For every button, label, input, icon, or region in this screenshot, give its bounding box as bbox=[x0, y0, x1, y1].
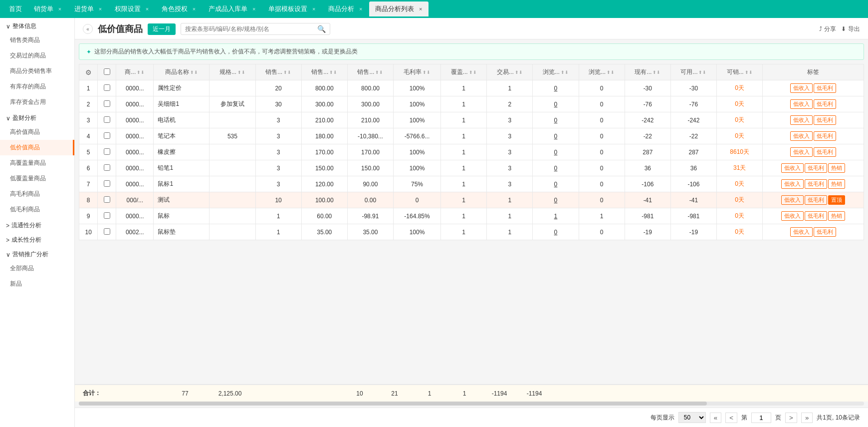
col-spec[interactable]: 规格...⬆⬇ bbox=[210, 64, 255, 80]
select-all-checkbox[interactable] bbox=[104, 68, 110, 75]
close-icon[interactable]: × bbox=[312, 6, 315, 12]
sidebar-item-stocked-products[interactable]: 有库存的商品 bbox=[0, 79, 74, 94]
cell-checkbox[interactable] bbox=[98, 144, 116, 160]
sidebar-item-low-value[interactable]: 低价值商品 bbox=[0, 140, 74, 155]
cell-checkbox[interactable] bbox=[98, 128, 116, 144]
row-checkbox[interactable] bbox=[104, 212, 110, 219]
page-number-input[interactable] bbox=[751, 413, 771, 423]
export-button[interactable]: ⬇ 导出 bbox=[841, 25, 860, 33]
first-page-button[interactable]: « bbox=[710, 413, 721, 423]
collapse-sidebar-button[interactable]: « bbox=[83, 24, 93, 34]
horizontal-scrollbar[interactable] bbox=[79, 402, 864, 406]
col-margin[interactable]: 毛利率⬆⬇ bbox=[394, 64, 441, 80]
view1-link[interactable]: 0 bbox=[554, 229, 558, 236]
sidebar-item-stock-capital[interactable]: 库存资金占用 bbox=[0, 94, 74, 110]
cell-checkbox[interactable] bbox=[98, 96, 116, 112]
col-saleable[interactable]: 可销...⬆⬇ bbox=[717, 64, 763, 80]
col-available[interactable]: 可用...⬆⬇ bbox=[670, 64, 716, 80]
view1-link[interactable]: 0 bbox=[554, 181, 558, 188]
sidebar-group-overall[interactable]: ∨ 整体信息 bbox=[0, 18, 74, 32]
close-icon[interactable]: × bbox=[419, 6, 422, 12]
nav-item-purchase[interactable]: 进货单 × bbox=[68, 1, 108, 16]
sidebar-group-growth[interactable]: > 成长性分析 bbox=[0, 232, 74, 246]
cell-view1[interactable]: 0 bbox=[533, 192, 579, 208]
row-checkbox[interactable] bbox=[104, 116, 110, 123]
sidebar-item-high-value[interactable]: 高价值商品 bbox=[0, 124, 74, 140]
col-checkbox[interactable] bbox=[98, 64, 116, 80]
page-size-select[interactable]: 50 20 100 bbox=[678, 412, 706, 423]
sidebar-group-profit[interactable]: ∨ 盈财分析 bbox=[0, 110, 74, 124]
next-page-button[interactable]: > bbox=[785, 413, 797, 423]
sidebar-item-all-products[interactable]: 全部商品 bbox=[0, 261, 74, 276]
sidebar-item-high-coverage[interactable]: 高覆盖量商品 bbox=[0, 155, 74, 171]
cell-view1[interactable]: 0 bbox=[533, 176, 579, 192]
view1-link[interactable]: 0 bbox=[554, 149, 558, 156]
col-view1[interactable]: 浏览...⬆⬇ bbox=[533, 64, 579, 80]
cell-checkbox[interactable] bbox=[98, 80, 116, 96]
sidebar-item-sales-products[interactable]: 销售类商品 bbox=[0, 32, 74, 48]
sidebar-item-low-margin[interactable]: 低毛利商品 bbox=[0, 202, 74, 217]
nav-item-inventory[interactable]: 产成品入库单 × bbox=[203, 1, 261, 16]
close-icon[interactable]: × bbox=[58, 6, 61, 12]
search-input[interactable] bbox=[185, 25, 317, 32]
sidebar-item-category-sales-rate[interactable]: 商品分类销售率 bbox=[0, 63, 74, 79]
view1-link[interactable]: 0 bbox=[554, 101, 558, 108]
row-checkbox[interactable] bbox=[104, 164, 110, 171]
col-code[interactable]: 商...⬆⬇ bbox=[116, 64, 154, 80]
col-name[interactable]: 商品名称⬆⬇ bbox=[154, 64, 210, 80]
col-coverage[interactable]: 覆盖...⬆⬇ bbox=[441, 64, 487, 80]
nav-item-permissions[interactable]: 权限设置 × bbox=[109, 1, 155, 16]
col-sale-amount[interactable]: 销售...⬆⬇ bbox=[347, 64, 393, 80]
cell-checkbox[interactable] bbox=[98, 192, 116, 208]
nav-item-product-analysis-list[interactable]: 商品分析列表 × bbox=[369, 1, 428, 16]
col-sale-qty[interactable]: 销售...⬆⬇ bbox=[255, 64, 301, 80]
row-checkbox[interactable] bbox=[104, 148, 110, 155]
view1-link[interactable]: 1 bbox=[554, 213, 558, 220]
row-checkbox[interactable] bbox=[104, 228, 110, 235]
filter-recent-month-button[interactable]: 近一月 bbox=[148, 23, 176, 35]
view1-link[interactable]: 0 bbox=[554, 117, 558, 124]
close-icon[interactable]: × bbox=[99, 6, 102, 12]
cell-checkbox[interactable] bbox=[98, 208, 116, 224]
cell-checkbox[interactable] bbox=[98, 224, 116, 240]
col-gear[interactable]: ⚙ bbox=[79, 64, 98, 80]
close-icon[interactable]: × bbox=[252, 6, 255, 12]
view1-link[interactable]: 0 bbox=[554, 133, 558, 140]
view1-link[interactable]: 0 bbox=[554, 165, 558, 172]
row-checkbox[interactable] bbox=[104, 180, 110, 187]
share-button[interactable]: ⤴ 分享 bbox=[819, 25, 836, 33]
sidebar-group-marketing[interactable]: ∨ 营销推广分析 bbox=[0, 246, 74, 261]
cell-view1[interactable]: 0 bbox=[533, 160, 579, 176]
table-container[interactable]: ⚙ 商...⬆⬇ 商品名称⬆⬇ 规格...⬆⬇ 销售...⬆⬇ 销售...⬆⬇ … bbox=[75, 64, 868, 384]
nav-item-roles[interactable]: 角色授权 × bbox=[156, 1, 202, 16]
sidebar-item-new-products[interactable]: 新品 bbox=[0, 276, 74, 292]
view1-link[interactable]: 0 bbox=[554, 85, 558, 92]
cell-view1[interactable]: 0 bbox=[533, 80, 579, 96]
sidebar-group-flow[interactable]: > 流通性分析 bbox=[0, 217, 74, 232]
sidebar-item-traded-products[interactable]: 交易过的商品 bbox=[0, 48, 74, 63]
row-checkbox[interactable] bbox=[104, 132, 110, 139]
row-checkbox[interactable] bbox=[104, 84, 110, 91]
last-page-button[interactable]: » bbox=[801, 413, 813, 423]
cell-view1[interactable]: 1 bbox=[533, 208, 579, 224]
cell-view1[interactable]: 0 bbox=[533, 128, 579, 144]
row-checkbox[interactable] bbox=[104, 196, 110, 203]
col-current[interactable]: 现有...⬆⬇ bbox=[625, 64, 670, 80]
scroll-thumb[interactable] bbox=[79, 402, 707, 406]
col-trade[interactable]: 交易...⬆⬇ bbox=[487, 64, 533, 80]
view1-link[interactable]: 0 bbox=[554, 197, 558, 204]
col-tags[interactable]: 标签 bbox=[763, 64, 864, 80]
nav-item-templates[interactable]: 单据模板设置 × bbox=[262, 1, 321, 16]
close-icon[interactable]: × bbox=[146, 6, 149, 12]
row-checkbox[interactable] bbox=[104, 100, 110, 107]
cell-view1[interactable]: 0 bbox=[533, 96, 579, 112]
cell-view1[interactable]: 0 bbox=[533, 224, 579, 240]
cell-checkbox[interactable] bbox=[98, 160, 116, 176]
close-icon[interactable]: × bbox=[193, 6, 196, 12]
close-icon[interactable]: × bbox=[359, 6, 362, 12]
cell-checkbox[interactable] bbox=[98, 176, 116, 192]
nav-home[interactable]: 首页 bbox=[4, 1, 27, 16]
nav-item-sales[interactable]: 销货单 × bbox=[28, 1, 67, 16]
cell-checkbox[interactable] bbox=[98, 112, 116, 128]
col-sale-price[interactable]: 销售...⬆⬇ bbox=[301, 64, 347, 80]
